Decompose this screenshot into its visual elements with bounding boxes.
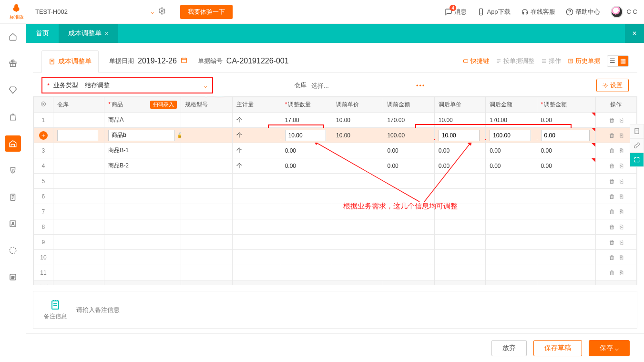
table-row[interactable]: 9🗑⎘ [34,235,637,250]
business-type-select[interactable]: * 业务类型 结存调整 ⌵ [41,77,213,93]
col-product[interactable]: *商品扫码录入 [104,97,181,113]
nav-contact-icon[interactable] [5,216,21,232]
shortcut-action[interactable]: 快捷键 [463,57,489,65]
history-action[interactable]: 历史单据 [568,57,600,65]
settings-button[interactable]: 设置 [596,79,629,92]
copy-row-icon[interactable]: ⎘ [620,239,623,246]
table-row[interactable]: 8🗑⎘ [34,219,637,235]
table-row[interactable]: 11🗑⎘ [34,265,637,280]
doc-date[interactable]: 单据日期 2019-12-26 [109,57,187,65]
delete-row-icon[interactable]: 🗑 [609,132,615,139]
bylist-action[interactable]: 按单据调整 [496,57,534,65]
note-tool-icon[interactable] [630,124,644,138]
nav-warehouse-icon[interactable] [5,135,21,152]
nav-bag-icon[interactable] [5,109,21,125]
nav-new-icon[interactable]: 新 [5,269,21,285]
expand-tool-icon[interactable] [630,153,644,167]
save-button[interactable]: 保存⌵ [589,340,630,356]
warehouse-input[interactable] [311,82,407,89]
col-warehouse[interactable]: 仓库 [53,97,104,113]
col-spec[interactable]: 规格型号 [181,97,232,113]
col-qty[interactable]: *调整数量 [281,97,332,113]
delete-row-icon[interactable]: 🗑 [609,193,615,200]
table-row[interactable]: 5🗑⎘ [34,174,637,189]
delete-row-icon[interactable]: 🗑 [609,254,615,261]
view-list-icon[interactable]: ☰ [607,56,618,66]
col-unit[interactable]: 主计量 [232,97,281,113]
after-price-input[interactable] [439,130,480,141]
messages-link[interactable]: 4 消息 [445,8,467,16]
copy-row-icon[interactable]: ⎘ [620,193,623,200]
qty-input[interactable] [285,130,326,141]
nav-diamond-icon[interactable] [5,82,21,98]
tab-home[interactable]: 首页 [26,24,59,43]
delete-row-icon[interactable]: 🗑 [609,224,615,230]
col-after-amount[interactable]: 调后金额 [486,97,537,113]
col-pre-amount[interactable]: 调前金额 [383,97,434,113]
svg-point-9 [10,247,16,254]
delete-row-icon[interactable]: 🗑 [609,117,615,124]
adjust-input[interactable] [541,130,590,141]
more-icon[interactable]: ••• [416,82,426,89]
chevron-down-icon: ⌵ [204,82,207,89]
customer-service-link[interactable]: 在线客服 [521,8,555,16]
nav-money-icon[interactable] [5,162,21,178]
product-input[interactable] [108,130,175,141]
delete-row-icon[interactable]: 🗑 [609,269,615,276]
table-row[interactable]: 6🗑⎘ [34,189,637,204]
add-row-icon[interactable]: + [39,131,48,140]
tab-cost-adjust[interactable]: 成本调整单✕ [59,24,118,43]
delete-row-icon[interactable]: 🗑 [609,208,615,215]
scan-badge[interactable]: 扫码录入 [150,101,177,109]
delete-row-icon[interactable]: 🗑 [609,239,615,246]
nav-loading-icon[interactable] [5,242,21,259]
col-pre-price[interactable]: 调前单价 [332,97,383,113]
nav-clipboard-icon[interactable] [5,189,21,205]
copy-row-icon[interactable]: ⎘ [620,224,623,230]
delete-row-icon[interactable]: 🗑 [609,147,615,154]
copy-row-icon[interactable]: ⎘ [620,163,623,169]
logo[interactable]: 标准版 [7,3,27,21]
table-row[interactable]: 4商品B-2个0.000.000.000.000.00🗑⎘ [34,158,637,174]
gear-icon[interactable] [158,7,166,16]
copy-row-icon[interactable]: ⎘ [620,178,623,185]
warehouse-select[interactable]: 仓库 ••• [294,81,426,90]
avatar[interactable] [611,6,623,18]
help-center-link[interactable]: 帮助中心 [566,8,600,16]
user-menu[interactable]: C C [627,8,637,15]
copy-row-icon[interactable]: ⎘ [620,132,623,139]
col-after-price[interactable]: 调后单价 [434,97,485,113]
discard-button[interactable]: 放弃 [491,340,527,356]
nav-home-icon[interactable] [5,29,21,45]
remarks-input[interactable] [76,306,626,313]
doc-title-tab: 成本调整单 [41,50,99,72]
copy-row-icon[interactable]: ⎘ [620,147,623,154]
copy-row-icon[interactable]: ⎘ [620,254,623,261]
view-toggle[interactable]: ☰ ▦ [607,55,629,67]
org-selector[interactable]: TEST-H002 ⌵ [35,5,154,19]
table-row[interactable]: 1商品A个17.0010.00170.0010.00170.000.00🗑⎘ [34,113,637,128]
table-row[interactable]: 3商品B-1个0.000.000.000.000.00🗑⎘ [34,143,637,158]
delete-row-icon[interactable]: 🗑 [609,163,615,169]
nav-gift-icon[interactable] [5,55,21,72]
delete-row-icon[interactable]: 🗑 [609,178,615,185]
close-icon[interactable]: ✕ [104,31,109,37]
save-draft-button[interactable]: 保存草稿 [533,340,582,356]
table-row[interactable]: +🔒个10.00100.00🗑⎘ [34,128,637,143]
copy-row-icon[interactable]: ⎘ [620,269,623,276]
copy-row-icon[interactable]: ⎘ [620,208,623,215]
col-settings[interactable] [34,97,53,113]
app-download-link[interactable]: App下载 [477,8,510,16]
trial-button[interactable]: 我要体验一下 [180,5,233,19]
view-grid-icon[interactable]: ▦ [618,56,628,66]
calendar-icon[interactable] [181,57,187,65]
warehouse-input[interactable] [57,130,98,141]
operation-action[interactable]: 操作 [541,57,561,65]
copy-row-icon[interactable]: ⎘ [620,117,623,124]
table-row[interactable]: 10🗑⎘ [34,250,637,265]
col-adjust-amount[interactable]: *调整金额 [537,97,595,113]
after-amount-input[interactable] [490,130,531,141]
close-all-tabs[interactable]: ✕ [625,24,644,43]
table-row[interactable]: 7🗑⎘ [34,204,637,219]
attach-tool-icon[interactable] [630,138,644,153]
